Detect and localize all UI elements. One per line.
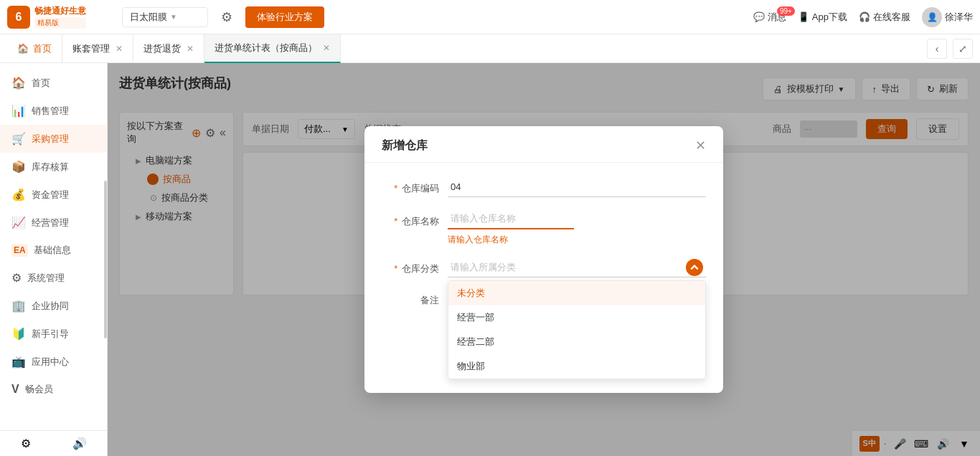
tab-accounts-label: 账套管理 [72,42,110,55]
warehouse-name-label: * 仓库名称 [382,210,439,228]
online-service-button[interactable]: 🎧 在线客服 [859,11,910,24]
sidebar-item-member-label: 畅会员 [25,383,53,396]
sidebar-item-finance[interactable]: 💰 资金管理 [0,181,107,209]
message-icon: 💬 [753,11,765,22]
experience-button[interactable]: 体验行业方案 [245,6,324,28]
sidebar-item-member[interactable]: V 畅会员 [0,376,107,403]
tab-purchase-stat-label: 进货单统计表（按商品） [215,42,317,54]
edition-badge: 精易版 [34,17,86,29]
home-icon: 🏠 [17,43,29,54]
sidebar-item-guide[interactable]: 🔰 新手引导 [0,320,107,348]
logo-area: 6 畅捷通好生意 精易版 [7,5,115,29]
warehouse-name-input[interactable] [448,209,574,229]
brand-name: 畅捷通好生意 [34,5,86,17]
tab-purchase-stat[interactable]: 进货单统计表（按商品） ✕ [204,34,341,63]
phone-icon: 📱 [798,11,809,22]
sidebar-item-sales[interactable]: 📊 销售管理 [0,97,107,125]
error-message: 请输入仓库名称 [448,234,508,244]
system-icon: ⚙ [11,271,22,285]
modal-overlay[interactable]: 新增仓库 ✕ * 仓库编码 [108,63,980,456]
modal-title: 新增仓库 [382,138,428,153]
category-input[interactable] [448,257,706,277]
required-mark: * [394,183,397,194]
app-download-button[interactable]: 📱 App下载 [798,11,847,24]
finance-icon: 💰 [11,188,26,201]
chevron-up-icon [689,262,699,272]
sidebar-settings-icon[interactable]: ⚙ [21,437,31,450]
sidebar-item-app-center[interactable]: 📺 应用中心 [0,348,107,376]
app-center-icon: 📺 [11,355,26,369]
sidebar-item-purchase-label: 采购管理 [32,133,69,146]
tab-bar: 🏠 首页 账套管理 ✕ 进货退货 ✕ 进货单统计表（按商品） ✕ ‹ ⤢ [0,34,980,63]
chevron-down-icon: ▼ [170,13,177,21]
tab-purchase-return-close[interactable]: ✕ [187,44,194,54]
sidebar-item-basic-info[interactable]: EA 基础信息 [0,237,107,264]
store-selector[interactable]: 日太阳膜 ▼ [122,7,208,27]
sidebar-item-guide-label: 新手引导 [32,328,69,341]
tab-purchase-return-label: 进货退货 [143,42,181,55]
tab-purchase-stat-close[interactable]: ✕ [323,43,330,53]
sidebar-item-system[interactable]: ⚙ 系统管理 [0,264,107,292]
sidebar-item-enterprise[interactable]: 🏢 企业协同 [0,292,107,320]
content-area: 进货单统计(按商品) 🖨 按模板打印 ▼ ↑ 导出 ↻ 刷新 [108,63,980,456]
sidebar-item-purchase[interactable]: 🛒 采购管理 [0,125,107,153]
app-download-label: App下载 [812,11,847,24]
sidebar-item-enterprise-label: 企业协同 [32,300,69,313]
tab-prev-button[interactable]: ‹ [927,39,947,59]
dropdown-option-dept1[interactable]: 经营一部 [448,305,705,330]
category-dropdown: 未分类 经营一部 经营二部 物业部 [448,280,706,379]
warehouse-name-row: * 仓库名称 请输入仓库名称 [382,209,706,246]
sidebar-item-inventory-label: 库存核算 [32,161,69,174]
guide-icon: 🔰 [11,327,26,341]
sales-icon: 📊 [11,104,26,118]
warehouse-name-error: 请输入仓库名称 [448,232,508,246]
message-button[interactable]: 💬 消息 99+ [753,11,786,24]
settings-gear-icon[interactable]: ⚙ [215,6,238,29]
warehouse-category-label: * 仓库分类 [382,257,439,275]
sidebar-item-inventory[interactable]: 📦 库存核算 [0,153,107,181]
header-right: 💬 消息 99+ 📱 App下载 🎧 在线客服 👤 徐泽华 [753,7,973,27]
inventory-icon: 📦 [11,160,26,174]
dropdown-option-dept2[interactable]: 经营二部 [448,330,705,354]
main-layout: 🏠 首页 📊 销售管理 🛒 采购管理 📦 库存核算 💰 资金管理 📈 经营管理 … [0,63,980,456]
tab-accounts[interactable]: 账套管理 ✕ [62,34,133,63]
tab-home[interactable]: 🏠 首页 [7,34,62,63]
sidebar-item-finance-label: 资金管理 [32,189,69,201]
tab-bar-actions: ‹ ⤢ [927,39,973,59]
sidebar: 🏠 首页 📊 销售管理 🛒 采购管理 📦 库存核算 💰 资金管理 📈 经营管理 … [0,63,108,456]
tab-accounts-close[interactable]: ✕ [116,44,123,54]
sidebar-item-home[interactable]: 🏠 首页 [0,69,107,97]
sidebar-item-basic-info-label: 基础信息 [34,244,71,257]
sidebar-item-system-label: 系统管理 [27,272,65,285]
online-service-label: 在线客服 [873,11,910,24]
warehouse-name-inner: * 仓库名称 [382,209,574,229]
sidebar-item-app-center-label: 应用中心 [32,356,69,369]
brand-info: 畅捷通好生意 精易版 [34,5,86,29]
user-avatar: 👤 [922,7,942,27]
sidebar-speaker-icon[interactable]: 🔊 [72,437,87,450]
warehouse-category-row: * 仓库分类 [382,257,706,277]
dropdown-option-property[interactable]: 物业部 [448,354,705,379]
username-label: 徐泽华 [945,11,973,24]
user-profile-button[interactable]: 👤 徐泽华 [922,7,973,27]
message-badge: 99+ [777,6,795,16]
remark-label: 备注 [382,289,439,307]
enterprise-icon: 🏢 [11,299,26,313]
purchase-icon: 🛒 [11,132,26,146]
warehouse-code-label: * 仓库编码 [382,177,439,195]
tab-home-label: 首页 [33,42,52,55]
modal-close-button[interactable]: ✕ [695,138,706,153]
sidebar-item-sales-label: 销售管理 [32,105,69,118]
tab-next-button[interactable]: ⤢ [953,39,973,59]
dropdown-option-uncategorized[interactable]: 未分类 [448,281,705,305]
category-toggle-button[interactable] [686,259,703,276]
sidebar-item-operations[interactable]: 📈 经营管理 [0,209,107,237]
store-name: 日太阳膜 [130,11,167,24]
tab-purchase-return[interactable]: 进货退货 ✕ [133,34,204,63]
warehouse-code-input[interactable] [448,177,706,197]
modal-header: 新增仓库 ✕ [364,126,723,163]
sidebar-item-home-label: 首页 [32,77,50,90]
headset-icon: 🎧 [859,11,870,22]
basic-info-icon: EA [11,244,28,257]
sidebar-scrollbar[interactable] [104,181,107,338]
